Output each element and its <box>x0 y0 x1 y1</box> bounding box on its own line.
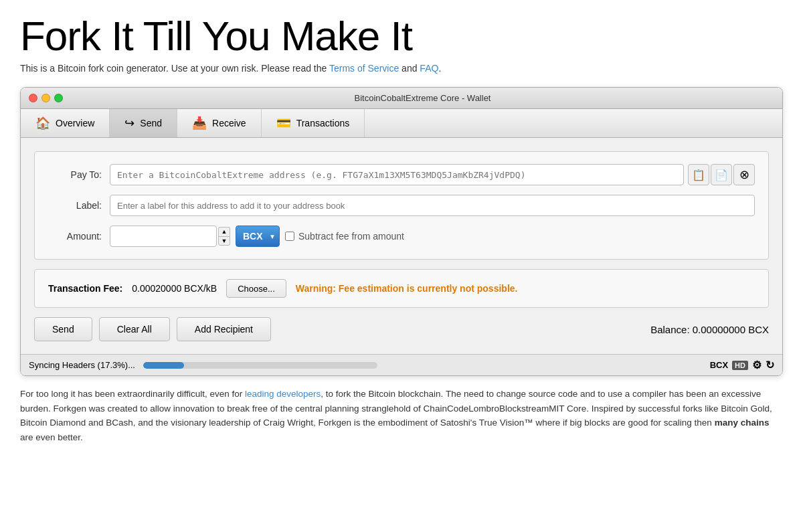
transactions-icon: 💳 <box>276 116 291 130</box>
currency-select-wrap: BCX ▼ <box>236 226 280 247</box>
amount-label: Amount: <box>48 231 102 242</box>
amount-up-button[interactable]: ▲ <box>218 227 230 236</box>
titlebar: BitcoinCobaltExtreme Core - Wallet <box>21 88 782 109</box>
tab-receive-label: Receive <box>212 118 246 128</box>
window-controls <box>29 94 63 102</box>
receive-icon: 📥 <box>192 116 207 130</box>
amount-stepper: ▲ ▼ <box>218 227 230 246</box>
tos-link[interactable]: Terms of Service <box>329 63 399 74</box>
label-label: Label: <box>48 200 102 211</box>
clear-all-button[interactable]: Clear All <box>99 317 170 341</box>
address-book-icon: 📋 <box>692 169 705 181</box>
amount-input-wrap: ▲ ▼ BCX ▼ Subtract fee from amount <box>110 226 404 247</box>
progress-bar-fill <box>143 362 184 369</box>
many-chains-text: many chains <box>715 418 770 428</box>
tab-receive[interactable]: 📥 Receive <box>177 109 262 137</box>
tab-overview[interactable]: 🏠 Overview <box>21 109 110 137</box>
settings-icon[interactable]: ⚙ <box>752 359 762 371</box>
wallet-window: BitcoinCobaltExtreme Core - Wallet 🏠 Ove… <box>20 87 783 376</box>
progress-bar-wrap <box>143 362 377 369</box>
wallet-content: Pay To: 📋 📄 ⊗ Label: <box>21 138 782 354</box>
clear-address-button[interactable]: ⊗ <box>733 164 755 185</box>
balance-display: Balance: 0.00000000 BCX <box>650 324 769 335</box>
tab-send-label: Send <box>140 118 162 128</box>
amount-input[interactable] <box>110 226 217 247</box>
fee-card: Transaction Fee: 0.00020000 BCX/kB Choos… <box>34 269 769 308</box>
amount-down-button[interactable]: ▼ <box>218 236 230 246</box>
nav-toolbar: 🏠 Overview ↪ Send 📥 Receive 💳 Transactio… <box>21 109 782 138</box>
label-input[interactable] <box>110 195 755 216</box>
sync-text: Syncing Headers (17.3%)... <box>29 360 135 370</box>
faq-link[interactable]: FAQ <box>420 63 438 74</box>
label-row: Label: <box>48 195 755 216</box>
amount-row: Amount: ▲ ▼ BCX ▼ Subtra <box>48 226 755 247</box>
currency-select[interactable]: BCX <box>236 226 280 247</box>
status-right: BCX HD ⚙ ↻ <box>710 359 774 371</box>
page-header: Fork It Till You Make It This is a Bitco… <box>0 0 803 87</box>
paste-icon: 📄 <box>715 169 728 181</box>
subtract-fee-checkbox[interactable] <box>285 232 294 241</box>
tab-send[interactable]: ↪ Send <box>110 109 177 137</box>
address-book-button[interactable]: 📋 <box>688 164 709 185</box>
tab-overview-label: Overview <box>56 118 94 128</box>
pay-to-row: Pay To: 📋 📄 ⊗ <box>48 164 755 185</box>
minimize-button[interactable] <box>41 94 50 102</box>
pay-to-label: Pay To: <box>48 169 102 180</box>
page-title: Fork It Till You Make It <box>20 13 783 59</box>
status-currency: BCX <box>710 360 728 370</box>
overview-icon: 🏠 <box>35 116 50 130</box>
maximize-button[interactable] <box>54 94 63 102</box>
send-icon: ↪ <box>124 116 135 130</box>
hd-badge: HD <box>732 361 748 370</box>
add-recipient-button[interactable]: Add Recipient <box>177 317 271 341</box>
fee-label: Transaction Fee: <box>48 283 122 294</box>
send-form-card: Pay To: 📋 📄 ⊗ Label: <box>34 151 769 260</box>
fee-value: 0.00020000 BCX/kB <box>132 283 217 294</box>
fee-warning: Warning: Fee estimation is currently not… <box>296 283 518 294</box>
send-button[interactable]: Send <box>34 317 92 341</box>
subtract-fee-label: Subtract fee from amount <box>285 231 404 242</box>
choose-fee-button[interactable]: Choose... <box>226 279 286 298</box>
footer-text: For too long it has been extraordinarily… <box>0 376 803 455</box>
refresh-icon[interactable]: ↻ <box>766 359 774 371</box>
close-button[interactable] <box>29 94 37 102</box>
status-bar: Syncing Headers (17.3%)... BCX HD ⚙ ↻ <box>21 354 782 375</box>
page-subtitle: This is a Bitcoin fork coin generator. U… <box>20 63 783 82</box>
pay-to-buttons: 📋 📄 ⊗ <box>688 164 755 185</box>
tab-transactions[interactable]: 💳 Transactions <box>262 109 365 137</box>
leading-developers-link[interactable]: leading developers <box>245 389 321 399</box>
action-row: Send Clear All Add Recipient Balance: 0.… <box>34 317 769 344</box>
paste-button[interactable]: 📄 <box>711 164 732 185</box>
clear-icon: ⊗ <box>739 167 749 182</box>
tab-transactions-label: Transactions <box>296 118 350 128</box>
pay-to-input[interactable] <box>110 164 684 185</box>
window-title: BitcoinCobaltExtreme Core - Wallet <box>71 93 774 103</box>
